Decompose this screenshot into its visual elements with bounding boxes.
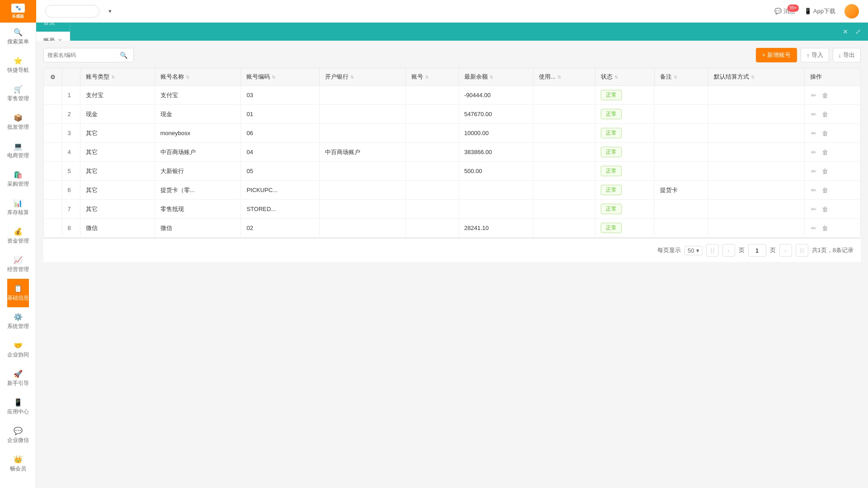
edit-button[interactable]: ✏ xyxy=(810,148,817,157)
row-status: 正常 xyxy=(595,86,655,105)
edit-button[interactable]: ✏ xyxy=(810,186,817,195)
sidebar-item-wholesale[interactable]: 📦 批发管理 xyxy=(7,108,29,136)
th-status[interactable]: 状态 ⇅ xyxy=(595,68,655,86)
edit-button[interactable]: ✏ xyxy=(810,224,817,233)
sidebar-item-inventory[interactable]: 📊 库存核算 xyxy=(7,193,29,222)
sidebar-item-basic-info[interactable]: 📋 基础信息 xyxy=(7,279,29,307)
row-balance xyxy=(458,200,533,219)
edit-button[interactable]: ✏ xyxy=(810,110,817,119)
member-icon: 👑 xyxy=(14,455,23,464)
page-size-select[interactable]: 50 ▾ xyxy=(684,246,702,255)
sidebar-item-enterprise[interactable]: 🤝 企业协同 xyxy=(7,336,29,364)
delete-button[interactable]: 🗑 xyxy=(821,148,829,157)
sidebar-item-label: 经营管理 xyxy=(7,266,29,273)
th-account[interactable]: 账号 ⇅ xyxy=(406,68,458,86)
row-status: 正常 xyxy=(595,162,655,181)
sidebar-item-system[interactable]: ⚙️ 系统管理 xyxy=(7,307,29,336)
delete-button[interactable]: 🗑 xyxy=(821,167,829,176)
table-row: 1 支付宝 支付宝 03 -90444.00 正常 ✏ 🗑 xyxy=(44,86,860,105)
sidebar-item-search[interactable]: 🔍 搜索菜单 xyxy=(7,23,29,51)
row-status: 正常 xyxy=(595,219,655,238)
delete-button[interactable]: 🗑 xyxy=(821,205,829,214)
system-icon: ⚙️ xyxy=(14,313,23,321)
th-usage[interactable]: 使用... ⇅ xyxy=(533,68,595,86)
topbar-dropdown[interactable]: ▾ xyxy=(108,8,112,14)
add-account-button[interactable]: + 新增账号 xyxy=(756,48,797,62)
purchase-icon: 🛍️ xyxy=(14,170,23,179)
th-type[interactable]: 账号类型 ⇅ xyxy=(80,68,155,86)
th-num xyxy=(62,68,80,86)
delete-button[interactable]: 🗑 xyxy=(821,129,829,138)
th-remark[interactable]: 备注 ⇅ xyxy=(655,68,708,86)
row-settings xyxy=(44,124,62,143)
sidebar-item-wechat[interactable]: 💬 企业微信 xyxy=(7,421,29,450)
row-actions: ✏ 🗑 xyxy=(805,124,860,143)
row-code: 05 xyxy=(241,162,320,181)
tab-home[interactable]: 首页 xyxy=(36,14,70,32)
status-badge: 正常 xyxy=(601,109,622,119)
th-default-payment[interactable]: 默认结算方式 ⇅ xyxy=(708,68,804,86)
export-button[interactable]: ↓ 导出 xyxy=(833,48,861,62)
row-balance: 500.00 xyxy=(458,162,533,181)
status-badge: 正常 xyxy=(601,223,622,233)
import-button[interactable]: ↑ 导入 xyxy=(801,48,829,62)
row-default-payment xyxy=(708,143,804,162)
delete-button[interactable]: 🗑 xyxy=(821,224,829,233)
row-name: 大新银行 xyxy=(155,162,241,181)
sidebar-item-quick-nav[interactable]: ⭐ 快捷导航 xyxy=(7,51,29,80)
row-actions: ✏ 🗑 xyxy=(805,181,860,200)
message-button[interactable]: 💬 消息 99+ xyxy=(774,7,795,15)
sidebar-item-guide[interactable]: 🚀 新手引导 xyxy=(7,364,29,393)
sidebar-item-member[interactable]: 👑 畅会员 xyxy=(7,450,29,478)
edit-button[interactable]: ✏ xyxy=(810,167,817,176)
chevron-down-icon: ▾ xyxy=(696,247,699,254)
delete-button[interactable]: 🗑 xyxy=(821,186,829,195)
delete-button[interactable]: 🗑 xyxy=(821,91,829,100)
sidebar-item-ecommerce[interactable]: 💻 电商管理 xyxy=(7,136,29,165)
page-size-label: 每页显示 xyxy=(657,246,681,254)
delete-button[interactable]: 🗑 xyxy=(821,110,829,119)
table-row: 3 其它 moneybosx 06 10000.00 正常 ✏ 🗑 xyxy=(44,124,860,143)
row-num: 8 xyxy=(62,219,80,238)
th-code[interactable]: 账号编码 ⇅ xyxy=(241,68,320,86)
th-bank[interactable]: 开户银行 ⇅ xyxy=(320,68,406,86)
row-settings xyxy=(44,181,62,200)
sidebar-item-operations[interactable]: 📈 经营管理 xyxy=(7,250,29,279)
sidebar-item-purchase[interactable]: 🛍️ 采购管理 xyxy=(7,165,29,193)
pagination: 每页显示 50 ▾ ⟨⟨ ‹ 页 页 › ⟩⟩ 共1页，8条记录 xyxy=(43,238,861,262)
account-table: ⚙ 账号类型 ⇅ 账号名称 ⇅ xyxy=(43,68,861,238)
edit-button[interactable]: ✏ xyxy=(810,129,817,138)
row-type: 其它 xyxy=(80,200,155,219)
logo-icon: 🐾 xyxy=(11,4,25,13)
row-default-payment xyxy=(708,200,804,219)
gear-icon[interactable]: ⚙ xyxy=(50,74,56,80)
sidebar-item-label: 资金管理 xyxy=(7,237,29,245)
row-bank xyxy=(320,105,406,124)
th-balance[interactable]: 最新余额 ⇅ xyxy=(458,68,533,86)
expand-icon[interactable]: ⤢ xyxy=(854,26,863,37)
edit-button[interactable]: ✏ xyxy=(810,91,817,100)
page-input[interactable] xyxy=(748,244,766,257)
toolbar-right: + 新增账号 ↑ 导入 ↓ 导出 xyxy=(756,48,861,62)
sidebar-item-finance[interactable]: 💰 资金管理 xyxy=(7,222,29,250)
row-account xyxy=(406,105,458,124)
search-input[interactable] xyxy=(47,52,120,58)
next-page-btn[interactable]: › xyxy=(779,244,792,257)
avatar[interactable] xyxy=(844,4,859,19)
row-actions: ✏ 🗑 xyxy=(805,200,860,219)
row-actions: ✏ 🗑 xyxy=(805,105,860,124)
row-type: 其它 xyxy=(80,143,155,162)
sidebar-item-retail[interactable]: 🛒 零售管理 xyxy=(7,80,29,108)
edit-button[interactable]: ✏ xyxy=(810,205,817,214)
prev-page-btn[interactable]: ‹ xyxy=(722,244,735,257)
last-page-btn[interactable]: ⟩⟩ xyxy=(796,244,808,257)
first-page-btn[interactable]: ⟨⟨ xyxy=(706,244,719,257)
total-label: 共1页，8条记录 xyxy=(812,246,854,254)
tabbar-actions: ✕ ⤢ xyxy=(841,26,868,37)
sidebar-item-app-center[interactable]: 📱 应用中心 xyxy=(7,393,29,421)
close-tab-icon[interactable]: ✕ xyxy=(841,26,850,37)
row-balance: 28241.10 xyxy=(458,219,533,238)
th-name[interactable]: 账号名称 ⇅ xyxy=(155,68,241,86)
app-download-button[interactable]: 📱 App下载 xyxy=(804,7,835,15)
table-row: 5 其它 大新银行 05 500.00 正常 ✏ 🗑 xyxy=(44,162,860,181)
